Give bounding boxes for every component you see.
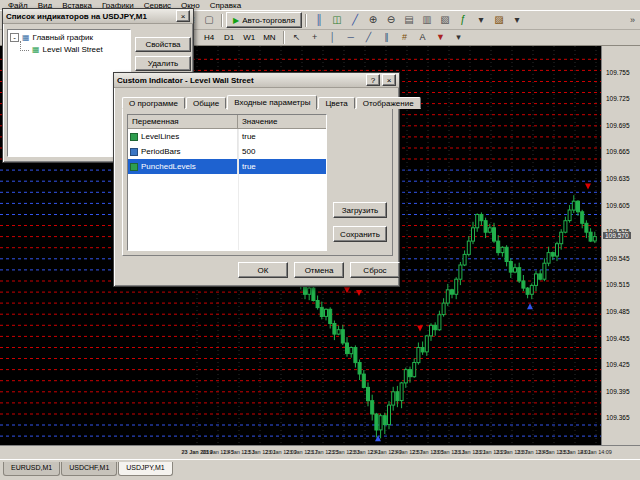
custom-indicator-titlebar[interactable]: Custom Indicator - Level Wall Street ? × [114,73,399,88]
candle-body [564,221,567,233]
reset-button[interactable]: Сброс [350,262,400,278]
tab-inputs[interactable]: Входные параметры [227,95,317,110]
candle-body [518,268,521,281]
mt4-window: ФайлВидВставкаГрафикиСервисОкноСправка ▦… [0,0,640,480]
text-label-icon[interactable]: A [414,31,432,44]
menu-help[interactable]: Справка [206,0,245,11]
tab-colors[interactable]: Цвета [318,97,354,109]
horizontal-line-icon[interactable]: ─ [342,31,360,44]
param-row-levellines[interactable]: LevelLinestrue [128,129,326,144]
candle-body [551,253,554,257]
tab-page-inputs: Переменная Значение LevelLinestruePeriod… [122,108,393,256]
chart-tab-eurusd-m1[interactable]: EURUSD,M1 [3,462,60,476]
candle-body [371,401,374,414]
candle-body [509,262,512,273]
close-icon[interactable]: × [176,10,190,22]
arrows-icon[interactable]: ▼ [432,31,450,44]
candle-body [535,274,538,286]
candle-body [484,221,487,233]
tree-item-level-wall-street[interactable]: ▦ Level Wall Street [8,42,130,54]
candle-body [337,330,340,334]
indicators-dropdown-icon[interactable]: ▾ [472,13,490,28]
candle-body [493,228,496,241]
dialog-title: Custom Indicator - Level Wall Street [117,76,254,85]
candle-body [547,253,550,264]
candle-body [522,281,525,288]
candle-body [346,343,349,354]
candle-body [488,228,491,232]
timeframe-w1-button[interactable]: W1 [239,31,259,45]
param-row-periodbars[interactable]: PeriodBars500 [128,144,326,159]
tile-vertical-icon[interactable]: ▥ [418,13,436,28]
collapse-icon[interactable]: - [10,33,19,42]
candle-body [577,201,580,212]
candle-body [430,325,433,336]
vertical-line-icon[interactable]: │ [324,31,342,44]
tile-horizontal-icon[interactable]: ▤ [400,13,418,28]
chart-tab-usdjpy-m1[interactable]: USDJPY,M1 [118,462,172,476]
tab-about[interactable]: О программе [122,97,185,109]
toolbar-overflow-icon[interactable]: » [630,15,638,25]
cascade-windows-icon[interactable]: ▧ [436,13,454,28]
candle-body [354,348,357,363]
candle-body [341,330,344,343]
templates-dropdown-icon[interactable]: ▾ [508,13,526,28]
candle-body [409,370,412,377]
param-type-icon [130,133,138,141]
tab-common[interactable]: Общие [186,97,226,109]
param-name-label: PunchedLevels [141,162,196,171]
candle-body [333,324,336,335]
chart-tabs-bar: EURUSD,M1USDCHF,M1USDJPY,M1 [0,459,640,480]
templates-icon[interactable]: ▨ [490,13,508,28]
objects-dropdown-icon[interactable]: ▾ [450,31,468,44]
candle-chart-icon[interactable]: ◫ [328,13,346,28]
candle-body [459,265,462,279]
param-name: PeriodBars [128,144,238,159]
delete-button[interactable]: Удалить [135,56,191,71]
properties-button[interactable]: Свойства [135,37,191,52]
fibonacci-icon[interactable]: # [396,31,414,44]
crosshair-icon[interactable]: + [306,31,324,44]
autotrade-button[interactable]: ▶ Авто-торговля [226,12,302,28]
close-icon[interactable]: × [382,74,396,86]
timeframe-mn-button[interactable]: MN [259,31,279,45]
indicator-list-titlebar[interactable]: Список индикаторов на USDJPY,M1 × [3,9,193,24]
candle-body [400,383,403,401]
timeframe-h4-button[interactable]: H4 [199,31,219,45]
help-icon[interactable]: ? [366,74,380,86]
cancel-button[interactable]: Отмена [294,262,344,278]
candle-body [476,215,479,228]
param-name: LevelLines [128,129,238,144]
bar-chart-icon[interactable]: ║ [310,13,328,28]
trendline-icon[interactable]: ╱ [360,31,378,44]
chart-tab-usdchf-m1[interactable]: USDCHF,M1 [61,462,117,476]
tree-item-label: Level Wall Street [43,45,103,54]
indicators-icon[interactable]: ƒ [454,13,472,28]
save-button[interactable]: Сохранить [333,226,387,242]
column-divider [238,129,239,250]
candle-body [589,232,592,241]
load-button[interactable]: Загрузить [333,202,387,218]
timeframe-d1-button[interactable]: D1 [219,31,239,45]
cursor-icon[interactable]: ↖ [288,31,306,44]
column-header-value: Значение [238,115,326,128]
candle-body [438,315,441,330]
ok-button[interactable]: ОК [238,262,288,278]
channel-icon[interactable]: ∥ [378,31,396,44]
candle-body [329,309,332,323]
param-name-label: PeriodBars [141,147,181,156]
tree-item-label: Главный график [33,33,93,42]
zoom-out-icon[interactable]: ⊖ [382,13,400,28]
param-type-icon [130,148,138,156]
zoom-in-icon[interactable]: ⊕ [364,13,382,28]
candle-body [388,405,391,425]
candle-body [325,309,328,316]
chart-tools-group: ║◫╱⊕⊖▤▥▧ƒ▾▨▾ [310,13,526,28]
line-chart-icon[interactable]: ╱ [346,13,364,28]
candle-body [467,241,470,254]
candle-body [396,392,399,401]
param-row-punchedlevels[interactable]: PunchedLevelstrue [128,159,326,174]
tab-visualization[interactable]: Отображение [356,97,421,109]
full-screen-icon[interactable]: ▢ [200,13,218,28]
candle-body [362,374,365,387]
